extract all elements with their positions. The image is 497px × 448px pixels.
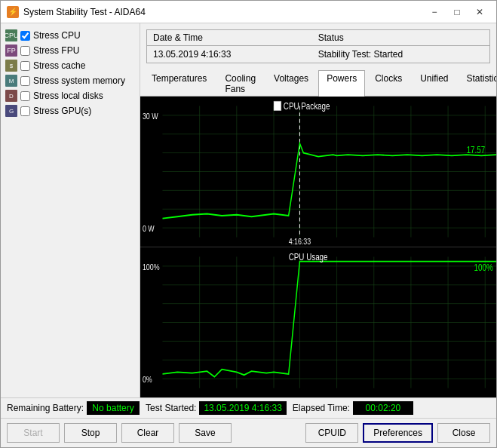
stress-cache-label: Stress cache bbox=[33, 60, 85, 71]
battery-field: Remaining Battery: No battery bbox=[7, 401, 140, 415]
fpu-icon: FP bbox=[5, 44, 17, 57]
main-window: ⚡ System Stability Test - AIDA64 − □ ✕ C… bbox=[0, 0, 497, 448]
stress-cpu-checkbox[interactable] bbox=[20, 31, 30, 41]
stress-fpu-item[interactable]: FP Stress FPU bbox=[5, 44, 135, 57]
elapsed-time-field: Elapsed Time: 00:02:20 bbox=[293, 401, 413, 415]
tab-clocks[interactable]: Clocks bbox=[367, 70, 410, 97]
bottom-status-bar: Remaining Battery: No battery Test Start… bbox=[1, 397, 496, 418]
status-cell: Stability Test: Started bbox=[312, 46, 489, 63]
stop-button[interactable]: Stop bbox=[64, 423, 117, 443]
svg-text:CPU Package: CPU Package bbox=[284, 101, 330, 111]
stress-mem-label: Stress system memory bbox=[33, 75, 125, 86]
stress-gpu-checkbox[interactable] bbox=[20, 106, 30, 116]
tabs-bar: Temperatures Cooling Fans Voltages Power… bbox=[140, 69, 496, 97]
svg-text:100%: 100% bbox=[143, 262, 160, 272]
elapsed-time-value: 00:02:20 bbox=[353, 401, 413, 415]
svg-text:0 W: 0 W bbox=[143, 224, 155, 233]
title-bar: ⚡ System Stability Test - AIDA64 − □ ✕ bbox=[1, 1, 496, 23]
table-row: 13.05.2019 4:16:33 Stability Test: Start… bbox=[147, 46, 489, 63]
save-button[interactable]: Save bbox=[179, 423, 232, 443]
clear-button[interactable]: Clear bbox=[121, 423, 174, 443]
tab-powers[interactable]: Powers bbox=[318, 70, 365, 97]
window-title: System Stability Test - AIDA64 bbox=[23, 7, 424, 17]
cpuid-button[interactable]: CPUID bbox=[305, 423, 358, 443]
charts-area: 30 W 0 W 4:16:33 17.57 ✓ CPU Package bbox=[140, 97, 496, 397]
battery-label: Remaining Battery: bbox=[7, 403, 84, 413]
cpu-usage-chart: 100% 0% CPU Usage 100% bbox=[140, 247, 496, 397]
minimize-button[interactable]: − bbox=[424, 5, 445, 20]
stress-cpu-label: Stress CPU bbox=[33, 30, 81, 41]
test-started-label: Test Started: bbox=[146, 403, 196, 413]
button-bar: Start Stop Clear Save CPUID Preferences … bbox=[1, 418, 496, 447]
stress-cpu-item[interactable]: CPU Stress CPU bbox=[5, 29, 135, 41]
battery-value: No battery bbox=[87, 401, 140, 415]
tab-unified[interactable]: Unified bbox=[412, 70, 456, 97]
right-panel: Date & Time Status 13.05.2019 4:16:33 St… bbox=[140, 23, 496, 397]
app-icon: ⚡ bbox=[7, 6, 19, 18]
disk-icon: D bbox=[5, 90, 17, 102]
svg-text:CPU Usage: CPU Usage bbox=[289, 252, 328, 262]
stress-disk-item[interactable]: D Stress local disks bbox=[5, 90, 135, 102]
maximize-button[interactable]: □ bbox=[446, 5, 468, 20]
stress-fpu-checkbox[interactable] bbox=[20, 46, 30, 56]
title-buttons: − □ ✕ bbox=[424, 5, 490, 20]
close-button[interactable]: Close bbox=[437, 423, 490, 443]
preferences-button[interactable]: Preferences bbox=[363, 423, 433, 443]
cpu-package-chart: 30 W 0 W 4:16:33 17.57 ✓ CPU Package bbox=[140, 97, 496, 247]
stress-cache-checkbox[interactable] bbox=[20, 61, 30, 71]
stress-cache-item[interactable]: $ Stress cache bbox=[5, 60, 135, 72]
stress-mem-item[interactable]: M Stress system memory bbox=[5, 75, 135, 87]
elapsed-time-label: Elapsed Time: bbox=[293, 403, 350, 413]
start-button[interactable]: Start bbox=[7, 423, 60, 443]
cache-icon: $ bbox=[5, 60, 17, 72]
stress-disk-label: Stress local disks bbox=[33, 91, 103, 101]
gpu-icon: G bbox=[5, 105, 17, 117]
status-table: Date & Time Status 13.05.2019 4:16:33 St… bbox=[146, 29, 490, 63]
svg-text:0%: 0% bbox=[143, 375, 152, 384]
stress-fpu-label: Stress FPU bbox=[33, 45, 79, 56]
test-started-value: 13.05.2019 4:16:33 bbox=[199, 401, 286, 415]
tab-temperatures[interactable]: Temperatures bbox=[143, 70, 215, 97]
window-close-button[interactable]: ✕ bbox=[469, 5, 490, 20]
tab-statistics[interactable]: Statistics bbox=[459, 70, 496, 97]
stress-gpu-label: Stress GPU(s) bbox=[33, 106, 91, 116]
stress-gpu-item[interactable]: G Stress GPU(s) bbox=[5, 105, 135, 117]
col-datetime-header: Date & Time bbox=[147, 30, 312, 46]
cpu-usage-svg: 100% 0% CPU Usage 100% bbox=[140, 247, 496, 397]
stress-disk-checkbox[interactable] bbox=[20, 91, 30, 101]
stress-mem-checkbox[interactable] bbox=[20, 76, 30, 86]
svg-text:17.57: 17.57 bbox=[467, 145, 486, 155]
svg-text:4:16:33: 4:16:33 bbox=[289, 238, 311, 247]
left-panel: CPU Stress CPU FP Stress FPU $ Stress ca… bbox=[1, 23, 140, 397]
datetime-cell: 13.05.2019 4:16:33 bbox=[147, 46, 312, 63]
tab-voltages[interactable]: Voltages bbox=[265, 70, 317, 97]
svg-text:100%: 100% bbox=[474, 262, 493, 272]
col-status-header: Status bbox=[312, 30, 489, 46]
svg-text:30 W: 30 W bbox=[143, 112, 158, 121]
cpu-package-svg: 30 W 0 W 4:16:33 17.57 ✓ CPU Package bbox=[140, 97, 496, 247]
tab-cooling-fans[interactable]: Cooling Fans bbox=[216, 70, 264, 97]
test-started-field: Test Started: 13.05.2019 4:16:33 bbox=[146, 401, 287, 415]
cpu-icon: CPU bbox=[5, 29, 17, 41]
main-content: CPU Stress CPU FP Stress FPU $ Stress ca… bbox=[1, 23, 496, 397]
svg-text:✓: ✓ bbox=[274, 102, 279, 111]
mem-icon: M bbox=[5, 75, 17, 87]
